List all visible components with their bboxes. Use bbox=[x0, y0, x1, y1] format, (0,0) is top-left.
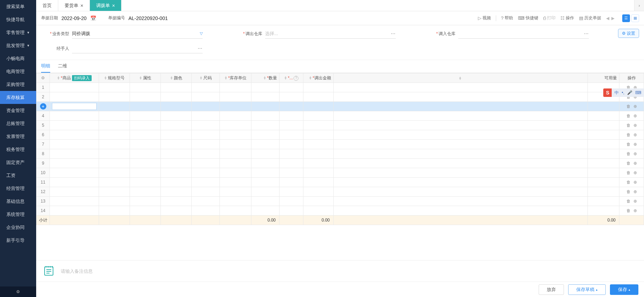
col-unit[interactable]: ▲▼*库存单位 bbox=[220, 73, 251, 83]
more-icon[interactable]: ⋯ bbox=[391, 31, 396, 36]
add-row-icon[interactable]: ⊕ bbox=[633, 180, 637, 185]
delete-row-icon[interactable]: 🗑 bbox=[626, 142, 631, 147]
view-list[interactable]: ☰ bbox=[622, 14, 630, 22]
sidebar-item-retail[interactable]: 零售管理▼ bbox=[0, 26, 36, 39]
sidebar-item-purchase[interactable]: 采购管理 bbox=[0, 78, 36, 91]
col-extra[interactable]: ▲▼*...? bbox=[280, 73, 303, 83]
sidebar-item-base[interactable]: 基础信息 bbox=[0, 195, 36, 208]
delete-row-icon[interactable]: 🗑 bbox=[626, 132, 631, 137]
delete-row-icon[interactable]: 🗑 bbox=[626, 113, 631, 118]
col-blank[interactable]: ▲▼ bbox=[334, 73, 588, 83]
ime-keyboard-icon[interactable]: ⌨ bbox=[635, 90, 641, 95]
ime-widget[interactable]: S 中 •, 🎤 ⌨ bbox=[603, 88, 644, 97]
table-row[interactable]: 2🗑⊕ bbox=[37, 92, 644, 102]
delete-row-icon[interactable]: 🗑 bbox=[626, 199, 631, 204]
add-row-icon[interactable]: ⊕ bbox=[633, 113, 637, 118]
delete-row-icon[interactable]: 🗑 bbox=[626, 123, 631, 128]
delete-row-icon[interactable]: 🗑 bbox=[626, 180, 631, 185]
table-row[interactable]: 11🗑⊕ bbox=[37, 178, 644, 187]
col-product[interactable]: ▲▼*商品 扫码录入 bbox=[50, 73, 99, 83]
table-row[interactable]: 14🗑⊕ bbox=[37, 206, 644, 216]
add-row-icon[interactable]: ⊕ bbox=[633, 132, 637, 137]
add-row-icon[interactable]: ⊕ bbox=[633, 199, 637, 204]
delete-row-icon[interactable]: 🗑 bbox=[626, 189, 631, 194]
settings-button[interactable]: ⚙设置 bbox=[618, 29, 639, 38]
sidebar-item-system[interactable]: 系统管理 bbox=[0, 208, 36, 221]
col-spec[interactable]: ▲▼规格型号 bbox=[99, 73, 130, 83]
more-icon[interactable]: ⋯ bbox=[584, 31, 589, 36]
table-row[interactable]: 10🗑⊕ bbox=[37, 168, 644, 178]
sidebar-settings[interactable]: ⚙ bbox=[0, 286, 36, 297]
ime-mic-icon[interactable]: 🎤 bbox=[627, 90, 632, 95]
discard-button[interactable]: 放弃 bbox=[539, 284, 564, 295]
delete-row-icon[interactable]: 🗑 bbox=[626, 170, 631, 175]
help-action[interactable]: ?帮助 bbox=[501, 15, 513, 21]
shortcut-action[interactable]: ⌨快捷键 bbox=[518, 15, 538, 21]
sidebar-item-ecom2[interactable]: 电商管理 bbox=[0, 65, 36, 78]
date-value[interactable]: 2022-09-20 bbox=[61, 15, 87, 21]
table-row[interactable]: 5🗑⊕ bbox=[37, 121, 644, 130]
sidebar-item-tax[interactable]: 税务管理 bbox=[0, 143, 36, 156]
add-row-button[interactable]: + bbox=[40, 103, 46, 110]
history-action[interactable]: ▤历史单据 bbox=[579, 15, 601, 21]
sidebar-item-assets[interactable]: 固定资产 bbox=[0, 156, 36, 169]
next-doc[interactable]: ▶ bbox=[611, 16, 615, 21]
table-row[interactable]: 4🗑⊕ bbox=[37, 111, 644, 121]
delete-row-icon[interactable]: 🗑 bbox=[626, 151, 631, 156]
save-button[interactable]: 保存▴ bbox=[610, 284, 638, 295]
product-input[interactable] bbox=[52, 103, 97, 110]
field-biz-type[interactable]: *业务类型 同价调拨▽ bbox=[41, 29, 203, 39]
sidebar-item-funds[interactable]: 资金管理 bbox=[0, 104, 36, 117]
more-icon[interactable]: ⋯ bbox=[198, 46, 203, 51]
add-row-icon[interactable]: ⊕ bbox=[633, 189, 637, 194]
sidebar-item-wholesale[interactable]: 批发管理▼ bbox=[0, 39, 36, 52]
add-row-icon[interactable]: ⊕ bbox=[633, 170, 637, 175]
operate-action[interactable]: ☷操作 bbox=[560, 15, 574, 21]
sidebar-item-ecom1[interactable]: 小畅电商 bbox=[0, 52, 36, 65]
table-row[interactable]: 12🗑⊕ bbox=[37, 187, 644, 197]
help-icon[interactable]: ? bbox=[294, 76, 298, 81]
add-row-icon[interactable]: ⊕ bbox=[633, 123, 637, 128]
ime-lang[interactable]: 中 bbox=[615, 90, 619, 96]
delete-row-icon[interactable]: 🗑 bbox=[626, 161, 631, 166]
table-row[interactable]: 7🗑⊕ bbox=[37, 140, 644, 149]
table-row[interactable]: +🗑⊕ bbox=[37, 102, 644, 111]
add-row-icon[interactable]: ⊕ bbox=[633, 104, 637, 109]
table-row[interactable]: 8🗑⊕ bbox=[37, 149, 644, 159]
sidebar-item-collab[interactable]: 企业协同 bbox=[0, 221, 36, 234]
field-in-warehouse[interactable]: *调入仓库 ⋯ bbox=[427, 29, 589, 39]
col-attr[interactable]: ▲▼属性 bbox=[130, 73, 161, 83]
save-draft-button[interactable]: 保存草稿▴ bbox=[568, 284, 606, 295]
col-available[interactable]: 可用量 bbox=[588, 73, 619, 83]
sidebar-item-search[interactable]: 搜索菜单 bbox=[0, 0, 36, 13]
tab-detail[interactable]: 明细 bbox=[41, 60, 50, 73]
delete-row-icon[interactable]: 🗑 bbox=[626, 104, 631, 109]
video-action[interactable]: ▷视频 bbox=[478, 15, 491, 21]
sidebar-item-quicknav[interactable]: 快捷导航 bbox=[0, 13, 36, 26]
close-icon[interactable]: × bbox=[112, 3, 115, 8]
delete-row-icon[interactable]: 🗑 bbox=[626, 208, 631, 213]
tab-transfer[interactable]: 调拨单× bbox=[90, 0, 121, 11]
field-out-warehouse[interactable]: *调出仓库 选择...⋯ bbox=[234, 29, 396, 39]
col-settings[interactable]: ⚙ bbox=[37, 73, 50, 83]
col-qty[interactable]: ▲▼*数量 bbox=[251, 73, 280, 83]
tab-home[interactable]: 首页 bbox=[36, 0, 58, 11]
tab-request[interactable]: 要货单× bbox=[58, 0, 90, 11]
print-action[interactable]: ⎙打印 bbox=[543, 15, 556, 21]
table-row[interactable]: 1🗑⊕ bbox=[37, 83, 644, 92]
col-amount[interactable]: ▲▼*调出金额 bbox=[303, 73, 334, 83]
sidebar-item-salary[interactable]: 工资 bbox=[0, 169, 36, 182]
sidebar-item-guide[interactable]: 新手引导 bbox=[0, 234, 36, 247]
sidebar-item-ops[interactable]: 经营管理 bbox=[0, 182, 36, 195]
ime-punct[interactable]: •, bbox=[622, 90, 624, 95]
close-icon[interactable]: × bbox=[80, 3, 83, 8]
prev-doc[interactable]: ◀ bbox=[606, 16, 609, 21]
sidebar-item-invoice[interactable]: 发票管理 bbox=[0, 130, 36, 143]
tab-2d[interactable]: 二维 bbox=[58, 60, 67, 73]
table-row[interactable]: 9🗑⊕ bbox=[37, 159, 644, 168]
view-grid[interactable]: ▦ bbox=[631, 14, 639, 22]
tabs-more[interactable]: › bbox=[634, 0, 644, 11]
calendar-icon[interactable]: 📅 bbox=[90, 15, 96, 21]
sidebar-item-ledger[interactable]: 总账管理 bbox=[0, 117, 36, 130]
field-handler[interactable]: 经手人 ⋯ bbox=[41, 44, 203, 53]
